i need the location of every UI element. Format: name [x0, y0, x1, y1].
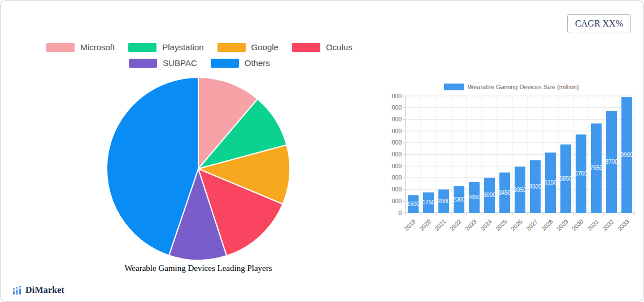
- pie-legend: MicrosoftPlaystationGoogleOculusSUBPACOt…: [34, 42, 364, 68]
- legend-item-microsoft[interactable]: Microsoft: [46, 42, 115, 52]
- x-tick-label: 2023: [464, 218, 478, 232]
- legend-swatch-playstation: [128, 43, 156, 52]
- x-tick-label: 2031: [586, 218, 600, 232]
- bar-value-label: 2650: [468, 194, 481, 200]
- logo-bar: [19, 288, 21, 295]
- logo-dot: [16, 287, 18, 288]
- logo-bar: [13, 291, 15, 295]
- legend-label: Microsoft: [80, 42, 115, 52]
- legend-item-oculus[interactable]: Oculus: [292, 42, 353, 52]
- legend-item-others[interactable]: Others: [211, 58, 270, 68]
- y-tick-label: 1000: [391, 198, 402, 204]
- legend-label: Playstation: [162, 42, 203, 52]
- bar-value-label: 6700: [575, 170, 588, 177]
- legend-swatch-google: [217, 43, 246, 52]
- cagr-badge: CAGR XX%: [567, 14, 631, 33]
- x-tick-label: 2021: [433, 218, 447, 232]
- bar-value-label: 5850: [559, 176, 572, 182]
- legend-swatch-microsoft: [46, 43, 75, 52]
- bar-value-label: 1500: [407, 201, 420, 207]
- x-tick-label: 2032: [601, 218, 615, 232]
- bar-value-label: 8700: [605, 159, 618, 165]
- y-tick-label: 6000: [391, 139, 402, 146]
- logo-bar: [16, 290, 18, 295]
- brand-name: DiMarket: [25, 285, 64, 295]
- brand-logo: DiMarket: [13, 285, 64, 295]
- bar-legend-label[interactable]: Wearable Gaming Devices Size (million): [468, 84, 579, 90]
- x-tick-label: 2024: [479, 218, 493, 232]
- legend-item-playstation[interactable]: Playstation: [128, 42, 203, 52]
- bar-value-label: 2000: [437, 198, 450, 204]
- x-tick-label: 2025: [494, 218, 508, 232]
- x-tick-label: 2029: [555, 218, 569, 232]
- y-tick-label: 7000: [391, 128, 402, 134]
- y-tick-label: 3000: [391, 174, 402, 181]
- pie-chart: [105, 75, 292, 262]
- legend-row: MicrosoftPlaystationGoogleOculus: [46, 42, 352, 52]
- legend-item-subpac[interactable]: SUBPAC: [129, 58, 197, 68]
- bar-value-label: 7650: [590, 165, 603, 171]
- legend-label: Google: [251, 42, 279, 52]
- bar-value-label: 9900: [620, 152, 633, 158]
- pie-chart-title: Wearable Gaming Devices Leading Players: [88, 264, 309, 273]
- logo-dot: [13, 288, 15, 290]
- y-tick-label: 9000: [391, 104, 402, 111]
- bar-legend-swatch[interactable]: [444, 84, 464, 90]
- x-tick-label: 2022: [449, 218, 463, 232]
- bar-value-label: 3950: [514, 187, 526, 193]
- legend-swatch-oculus: [292, 43, 320, 52]
- y-tick-label: 0: [398, 209, 402, 216]
- x-tick-label: 2030: [571, 218, 585, 232]
- y-tick-label: 4000: [391, 163, 402, 169]
- legend-swatch-others: [211, 59, 239, 68]
- x-tick-label: 2033: [616, 218, 630, 232]
- bar-chart: Wearable Gaming Devices Size (million)01…: [391, 81, 643, 234]
- y-tick-label: 10000: [391, 93, 402, 99]
- bar-value-label: 1750: [422, 199, 435, 205]
- bar-chart-logo-icon: [13, 286, 23, 295]
- x-tick-label: 2028: [540, 218, 554, 232]
- legend-label: SUBPAC: [163, 58, 197, 68]
- report-card: CAGR XX% MicrosoftPlaystationGoogleOculu…: [0, 0, 644, 302]
- y-tick-label: 5000: [391, 151, 402, 157]
- logo-dot: [19, 286, 21, 287]
- bar-value-label: 5150: [544, 180, 557, 186]
- legend-row: SUBPACOthers: [129, 58, 270, 68]
- legend-label: Oculus: [326, 42, 353, 52]
- x-tick-label: 2019: [403, 218, 417, 232]
- bar-value-label: 4500: [529, 183, 542, 190]
- x-tick-label: 2020: [418, 218, 432, 232]
- x-tick-label: 2026: [510, 218, 524, 232]
- legend-swatch-subpac: [129, 59, 157, 68]
- y-tick-label: 2000: [391, 186, 402, 192]
- x-tick-label: 2027: [525, 218, 539, 232]
- bar-value-label: 3450: [498, 190, 511, 196]
- bar-value-label: 3000: [483, 192, 496, 198]
- cagr-label: CAGR XX%: [575, 19, 623, 28]
- legend-item-google[interactable]: Google: [217, 42, 279, 52]
- bar-value-label: 2300: [452, 196, 465, 203]
- y-tick-label: 8000: [391, 116, 402, 122]
- legend-label: Others: [245, 58, 270, 68]
